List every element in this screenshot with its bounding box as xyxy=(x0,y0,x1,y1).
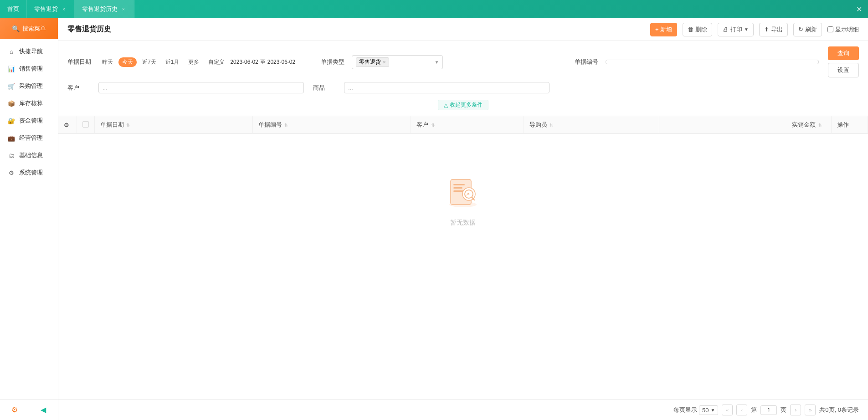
filter-customer-input[interactable]: ... xyxy=(98,82,304,93)
sidebar-item-operation[interactable]: 💼 经营管理 xyxy=(0,129,58,147)
sort-amount-icon: ⇅ xyxy=(818,123,822,128)
sidebar-item-inventory-label: 库存核算 xyxy=(19,99,43,108)
tab-return[interactable]: 零售退货 × xyxy=(27,0,75,18)
th-date[interactable]: 单据日期 ⇅ xyxy=(94,116,252,134)
th-amount[interactable]: 实销金额 ⇅ xyxy=(659,116,832,134)
export-button[interactable]: ⬆ 导出 xyxy=(759,23,788,36)
th-guide[interactable]: 导购员 ⇅ xyxy=(524,116,659,134)
sidebar-item-purchase-label: 采购管理 xyxy=(19,82,43,90)
top-bar: 首页 零售退货 × 零售退货历史 × ✕ xyxy=(0,0,868,18)
gear-icon: ⚙ xyxy=(11,405,18,414)
box-icon: 📦 xyxy=(7,99,15,108)
filter-number-label: 单据编号 xyxy=(575,58,602,66)
th-action: 操作 xyxy=(832,116,868,134)
tab-home[interactable]: 首页 xyxy=(0,0,27,18)
date-yesterday[interactable]: 昨天 xyxy=(98,57,117,67)
filter-type-item: 单据类型 零售退货 × ▼ xyxy=(321,55,565,69)
sidebar-nav: ⌂ 快捷导航 📊 销售管理 🛒 采购管理 📦 库存核算 🔐 资金管理 💼 xyxy=(0,39,58,399)
sidebar-item-home-label: 快捷导航 xyxy=(19,47,43,56)
date-custom[interactable]: 自定义 xyxy=(205,57,228,67)
sidebar-collapse-button[interactable]: ◀ xyxy=(35,402,51,418)
date-1month[interactable]: 近1月 xyxy=(162,57,183,67)
refresh-button[interactable]: ↻ 刷新 xyxy=(793,23,822,36)
tab-home-label: 首页 xyxy=(7,5,19,13)
empty-illustration xyxy=(442,170,483,211)
sidebar-item-home[interactable]: ⌂ 快捷导航 xyxy=(0,43,58,60)
sidebar-item-finance[interactable]: 🔐 资金管理 xyxy=(0,112,58,129)
tab-history[interactable]: 零售退货历史 × xyxy=(75,0,134,18)
query-button[interactable]: 查询 xyxy=(828,46,859,60)
action-buttons: 查询 设置 xyxy=(828,46,859,77)
page-prev-button[interactable]: ‹ xyxy=(736,405,747,415)
date-7days[interactable]: 近7天 xyxy=(139,57,160,67)
date-from: 2023-06-02 xyxy=(230,59,258,65)
filter-number-input[interactable] xyxy=(606,60,819,64)
table-body: 暂无数据 xyxy=(58,134,868,264)
search-icon: 🔍 xyxy=(12,25,20,32)
sidebar-search[interactable]: 🔍 搜索菜单 xyxy=(0,18,58,39)
th-action-label: 操作 xyxy=(837,121,849,128)
page-input[interactable] xyxy=(760,405,777,415)
print-label: 打印 xyxy=(730,26,742,34)
page-first-button[interactable]: « xyxy=(722,405,733,415)
date-today[interactable]: 今天 xyxy=(118,57,137,67)
filter-customer-item: 客户 ... xyxy=(67,82,304,93)
content-area: 零售退货历史 + 新增 🗑 删除 🖨 打印 ▼ ⬆ 导出 xyxy=(58,18,868,420)
filter-goods-input[interactable]: ... xyxy=(344,82,550,93)
th-checkbox xyxy=(77,116,94,134)
page-label: 第 xyxy=(751,406,757,414)
filter-settings-button[interactable]: 设置 xyxy=(828,63,859,77)
th-customer[interactable]: 客户 ⇅ xyxy=(411,116,524,134)
delete-button[interactable]: 🗑 删除 xyxy=(683,23,712,36)
filter-type-select[interactable]: 零售退货 × ▼ xyxy=(352,55,443,69)
sidebar-item-sales[interactable]: 📊 销售管理 xyxy=(0,60,58,77)
sidebar-settings-button[interactable]: ⚙ xyxy=(6,402,23,418)
tab-history-close[interactable]: × xyxy=(120,6,127,12)
sort-date-icon: ⇅ xyxy=(126,123,130,128)
empty-row: 暂无数据 xyxy=(58,134,868,264)
date-separator: 至 xyxy=(260,58,266,66)
new-button[interactable]: + 新增 xyxy=(650,23,677,36)
display-toggle[interactable]: 显示明细 xyxy=(827,26,859,34)
filter-type-tag-close[interactable]: × xyxy=(383,59,385,65)
display-toggle-checkbox[interactable] xyxy=(827,26,833,32)
tab-return-label: 零售退货 xyxy=(34,5,58,13)
page-total: 共0页, 0条记录 xyxy=(819,406,859,414)
th-number[interactable]: 单据编号 ⇅ xyxy=(252,116,411,134)
sidebar-item-inventory[interactable]: 📦 库存核算 xyxy=(0,95,58,112)
sidebar-item-purchase[interactable]: 🛒 采购管理 xyxy=(0,77,58,95)
th-settings[interactable]: ⚙ xyxy=(58,116,77,134)
sidebar-item-system[interactable]: ⚙ 系统管理 xyxy=(0,164,58,181)
data-table: ⚙ 单据日期 ⇅ 单据编号 ⇅ xyxy=(58,116,868,263)
th-customer-label: 客户 xyxy=(416,121,428,128)
sidebar-item-basic[interactable]: 🗂 基础信息 xyxy=(0,147,58,164)
print-button[interactable]: 🖨 打印 ▼ xyxy=(718,23,754,36)
page-next-button[interactable]: › xyxy=(790,405,801,415)
collapse-button[interactable]: △ 收起更多条件 xyxy=(438,100,488,110)
delete-label: 删除 xyxy=(695,26,707,34)
new-label: + 新增 xyxy=(655,26,672,34)
page-size-select: 每页显示 50 ▼ xyxy=(673,405,718,415)
window-close-button[interactable]: ✕ xyxy=(850,0,868,18)
date-range: 2023-06-02 至 2023-06-02 xyxy=(230,58,295,66)
page-size-box[interactable]: 50 ▼ xyxy=(699,405,718,415)
sidebar-item-system-label: 系统管理 xyxy=(19,169,43,177)
svg-rect-3 xyxy=(453,184,465,185)
page-last-button[interactable]: » xyxy=(805,405,816,415)
select-all-checkbox[interactable] xyxy=(82,121,89,128)
sort-number-icon: ⇅ xyxy=(284,123,288,128)
cart-icon: 🛒 xyxy=(7,82,15,90)
filter-goods-label: 商品 xyxy=(313,84,340,92)
sort-guide-icon: ⇅ xyxy=(550,123,553,128)
tab-return-close[interactable]: × xyxy=(61,6,67,12)
filter-type-tag-text: 零售退货 xyxy=(359,58,381,66)
date-more[interactable]: 更多 xyxy=(185,57,203,67)
filter-row-1: 单据日期 昨天 今天 近7天 近1月 更多 自定义 2023-06-02 至 2… xyxy=(67,46,859,77)
column-settings-icon[interactable]: ⚙ xyxy=(64,122,69,128)
filter-customer-label: 客户 xyxy=(67,84,95,92)
print-dropdown-icon: ▼ xyxy=(744,27,749,32)
refresh-icon: ↻ xyxy=(798,26,803,33)
svg-rect-5 xyxy=(453,190,463,192)
page-size-arrow: ▼ xyxy=(710,408,715,413)
th-guide-label: 导购员 xyxy=(529,121,547,128)
